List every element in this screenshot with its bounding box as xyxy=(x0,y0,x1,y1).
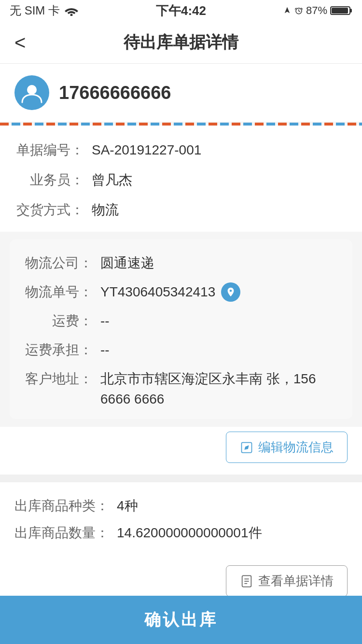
customer-phone: 17666666666 xyxy=(59,83,171,103)
logistics-card: 物流公司： 圆通速递 物流单号： YT4306405342413 运费： -- … xyxy=(10,239,352,419)
freight-bearer-value: -- xyxy=(100,340,339,360)
status-bar: 无 SIM 卡 下午4:42 87% xyxy=(0,0,362,21)
location-arrow-icon xyxy=(283,6,292,15)
view-detail-button[interactable]: 查看单据详情 xyxy=(226,565,348,597)
edit-icon xyxy=(240,441,253,454)
logistics-company-label: 物流公司： xyxy=(23,253,100,273)
carrier-text: 无 SIM 卡 xyxy=(10,3,60,18)
person-icon xyxy=(20,81,43,104)
back-button[interactable]: < xyxy=(14,33,26,52)
status-right-icons: 87% xyxy=(283,4,352,17)
logistics-tracking-label: 物流单号： xyxy=(23,282,100,302)
wifi-icon xyxy=(64,5,79,16)
order-number-row: 单据编号： SA-20191227-001 xyxy=(14,140,348,160)
battery-icon xyxy=(330,5,352,16)
edit-logistics-button[interactable]: 编辑物流信息 xyxy=(226,432,348,463)
alarm-icon xyxy=(294,6,303,15)
logistics-company-value: 圆通速递 xyxy=(100,253,339,273)
tracking-location-icon[interactable] xyxy=(221,282,240,302)
goods-types-value: 4种 xyxy=(117,497,138,515)
order-number-value: SA-20191227-001 xyxy=(92,140,348,160)
confirm-button[interactable]: 确认出库 xyxy=(0,596,362,644)
logistics-tracking-value: YT4306405342413 xyxy=(100,282,339,302)
address-value: 北京市市辖区海淀区永丰南 张，156 6666 6666 xyxy=(100,369,339,409)
freight-row: 运费： -- xyxy=(23,311,339,331)
salesman-label: 业务员： xyxy=(14,170,92,190)
customer-header: 17666666666 xyxy=(0,64,362,122)
confirm-button-label: 确认出库 xyxy=(144,609,218,631)
status-carrier: 无 SIM 卡 xyxy=(10,3,79,18)
section-divider xyxy=(0,475,362,482)
delivery-row: 交货方式： 物流 xyxy=(14,200,348,220)
salesman-row: 业务员： 曾凡杰 xyxy=(14,170,348,190)
battery-text: 87% xyxy=(306,4,327,17)
nav-bar: < 待出库单据详情 xyxy=(0,21,362,64)
svg-point-0 xyxy=(70,14,73,16)
address-label: 客户地址： xyxy=(23,369,100,389)
avatar xyxy=(14,75,49,110)
goods-quantity-value: 14.620000000000001件 xyxy=(117,524,262,542)
goods-types-label: 出库商品种类： xyxy=(14,497,117,515)
logistics-tracking-row: 物流单号： YT4306405342413 xyxy=(23,282,339,302)
view-detail-label: 查看单据详情 xyxy=(258,573,334,589)
salesman-value: 曾凡杰 xyxy=(92,170,348,190)
edit-logistics-label: 编辑物流信息 xyxy=(258,439,334,456)
goods-quantity-row: 出库商品数量： 14.620000000000001件 xyxy=(14,524,348,542)
delivery-value: 物流 xyxy=(92,200,348,220)
status-time: 下午4:42 xyxy=(156,2,206,19)
goods-quantity-label: 出库商品数量： xyxy=(14,524,117,542)
freight-bearer-row: 运费承担： -- xyxy=(23,340,339,360)
freight-value: -- xyxy=(100,311,339,331)
order-number-label: 单据编号： xyxy=(14,140,92,160)
goods-section: 出库商品种类： 4种 出库商品数量： 14.620000000000001件 xyxy=(0,482,362,560)
freight-bearer-label: 运费承担： xyxy=(23,340,100,360)
svg-rect-3 xyxy=(350,9,352,13)
address-row: 客户地址： 北京市市辖区海淀区永丰南 张，156 6666 6666 xyxy=(23,369,339,409)
freight-label: 运费： xyxy=(23,311,100,331)
edit-btn-row: 编辑物流信息 xyxy=(0,427,362,475)
page-title: 待出库单据详情 xyxy=(124,31,238,54)
svg-rect-4 xyxy=(332,8,348,14)
order-info-section: 单据编号： SA-20191227-001 业务员： 曾凡杰 交货方式： 物流 xyxy=(0,126,362,232)
logistics-company-row: 物流公司： 圆通速递 xyxy=(23,253,339,273)
delivery-label: 交货方式： xyxy=(14,200,92,220)
goods-types-row: 出库商品种类： 4种 xyxy=(14,497,348,515)
document-icon xyxy=(240,574,253,588)
svg-point-5 xyxy=(27,85,37,95)
